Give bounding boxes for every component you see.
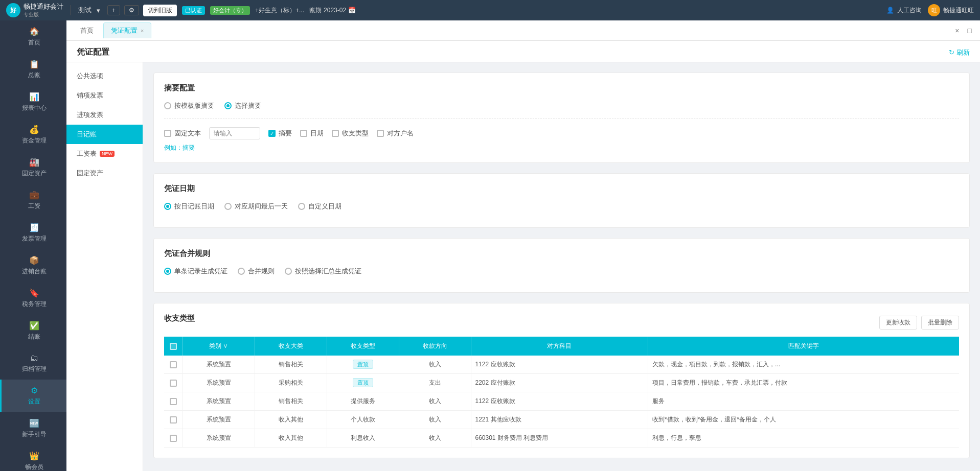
row-checkbox[interactable]	[164, 411, 183, 429]
maximize-window-btn[interactable]: □	[966, 26, 974, 36]
radio-journal-date[interactable]: 按日记账日期	[164, 202, 214, 211]
radio-merge-rule[interactable]: 合并规则	[238, 267, 275, 276]
type-tag[interactable]: 置顶	[353, 378, 373, 387]
update-btn[interactable]: 更新收款	[879, 316, 917, 329]
divider1	[164, 119, 959, 119]
sidebar-item-invoice[interactable]: 🧾 发票管理	[0, 217, 66, 249]
close-window-btn[interactable]: ×	[953, 26, 961, 36]
radio-single[interactable]: 单条记录生成凭证	[164, 267, 227, 276]
salary-icon: 💼	[29, 190, 39, 200]
tab-home[interactable]: 首页	[73, 22, 101, 38]
radio-circle-journal	[164, 203, 171, 210]
checkbox-summary[interactable]: ✓ 摘要	[268, 129, 292, 138]
summary-section: 摘要配置 按模板版摘要 选择摘要	[153, 73, 970, 163]
row-checkbox[interactable]	[164, 374, 183, 392]
sidebar-item-member[interactable]: 👑 畅会员	[0, 445, 66, 471]
workspace-dropdown[interactable]: ▾	[97, 7, 100, 14]
col-subject: 对方科目	[471, 337, 648, 356]
left-nav-journal[interactable]: 日记账	[66, 125, 143, 144]
sidebar-item-asset[interactable]: 🏭 固定资产	[0, 151, 66, 184]
sidebar: 🏠 首页 📋 总账 📊 报表中心 💰 资金管理 🏭 固定资产 💼 工资 🧾 发票…	[0, 20, 66, 471]
left-nav-purchase-invoice[interactable]: 进项发票	[66, 105, 143, 125]
sidebar-item-report[interactable]: 📊 报表中心	[0, 86, 66, 119]
tab-close-icon[interactable]: ×	[141, 28, 144, 34]
col-direction: 收款方向	[399, 337, 471, 356]
refresh-label: 刷新	[956, 48, 970, 57]
radio-period-last[interactable]: 对应期间最后一天	[224, 202, 288, 211]
radio-custom-date[interactable]: 自定义日期	[298, 202, 341, 211]
sidebar-item-finance[interactable]: 💰 资金管理	[0, 119, 66, 151]
switch-old-btn[interactable]: 切到旧版	[143, 5, 177, 16]
row-subject: 1122 应收账款	[471, 392, 648, 411]
radio-select[interactable]: 选择摘要	[224, 101, 261, 110]
fixed-text-label: 固定文本	[174, 129, 201, 138]
sidebar-item-archive[interactable]: 🗂 归档管理	[0, 347, 66, 380]
two-panel: 公共选项 销项发票 进项发票 日记账 工资表 NEW 固定资产	[66, 62, 980, 471]
single-label: 单条记录生成凭证	[174, 267, 227, 276]
sidebar-item-settle[interactable]: ✅ 结账	[0, 315, 66, 347]
add-button[interactable]: +	[107, 5, 120, 15]
summary-checkbox-label: 摘要	[279, 129, 292, 138]
refresh-button[interactable]: ↻ 刷新	[949, 48, 970, 57]
sidebar-item-settings[interactable]: ⚙ 设置	[0, 380, 66, 412]
settings-button[interactable]: ⚙	[124, 5, 139, 15]
row-direction: 收入	[399, 411, 471, 429]
left-nav-salary-table[interactable]: 工资表 NEW	[66, 144, 143, 163]
report-icon: 📊	[29, 92, 39, 102]
radio-select-label: 选择摘要	[235, 101, 261, 110]
checkbox-date[interactable]: 日期	[300, 129, 324, 138]
settle-icon: ✅	[29, 321, 39, 331]
checkbox-counterpart[interactable]: 对方户名	[377, 129, 414, 138]
tab-voucher[interactable]: 凭证配置 ×	[103, 22, 151, 38]
sidebar-item-label: 归档管理	[22, 365, 47, 373]
left-nav-sales-invoice[interactable]: 销项发票	[66, 86, 143, 105]
row-checkbox[interactable]	[164, 429, 183, 448]
sidebar-item-home[interactable]: 🏠 首页	[0, 20, 66, 53]
sidebar-item-purchase[interactable]: 📦 进销台账	[0, 249, 66, 282]
row-category: 系统预置	[183, 374, 255, 392]
radio-summary-gen[interactable]: 按照选择汇总生成凭证	[285, 267, 361, 276]
col-checkbox[interactable]	[164, 337, 183, 356]
logo-sub: 专业版	[24, 11, 63, 18]
sidebar-item-ledger[interactable]: 📋 总账	[0, 53, 66, 86]
row-checkbox[interactable]	[164, 392, 183, 411]
table-header: 类别 ∨ 收支大类 收支类型 收款方向 对方科目 匹配关键字	[164, 337, 959, 356]
sidebar-item-label: 固定资产	[22, 169, 47, 178]
type-checkbox-label: 收支类型	[342, 129, 369, 138]
checkbox-box-type	[332, 130, 339, 137]
batch-delete-btn[interactable]: 批量删除	[921, 316, 959, 329]
period-label: 账期	[309, 6, 322, 15]
window-controls: × □	[953, 26, 974, 36]
left-nav-public[interactable]: 公共选项	[66, 66, 143, 86]
sidebar-item-label: 新手引导	[22, 430, 47, 439]
refresh-icon: ↻	[949, 49, 954, 56]
table-row: 系统预置 采购相关 置顶 支出 2202 应付账款 项目，日常费用，报销款，车费…	[164, 374, 959, 392]
income-section: 收支类型 更新收款 批量删除	[153, 303, 970, 458]
sidebar-item-tax[interactable]: 🔖 税务管理	[0, 282, 66, 315]
member-icon: 👑	[29, 451, 39, 461]
row-direction: 支出	[399, 374, 471, 392]
sidebar-item-salary[interactable]: 💼 工资	[0, 184, 66, 217]
col-category[interactable]: 类别 ∨	[183, 337, 255, 356]
example-text: 例如：摘要	[164, 144, 959, 152]
summary-gen-label: 按照选择汇总生成凭证	[295, 267, 361, 276]
calendar-icon[interactable]: 📅	[348, 7, 356, 14]
custom-date-label: 自定义日期	[308, 202, 341, 211]
user-info[interactable]: 旺 畅捷通旺旺	[928, 4, 974, 16]
radio-circle-summary	[285, 268, 292, 275]
fixed-text-input[interactable]	[209, 127, 260, 139]
merge-label: 合并规则	[248, 267, 275, 276]
row-checkbox[interactable]	[164, 356, 183, 374]
left-nav-fixed-assets[interactable]: 固定资产	[66, 163, 143, 183]
checkbox-type[interactable]: 收支类型	[332, 129, 369, 138]
radio-template[interactable]: 按模板版摘要	[164, 101, 214, 110]
sidebar-item-label: 发票管理	[22, 234, 47, 243]
radio-circle-select	[224, 102, 232, 109]
table-row: 系统预置 收入其他 个人收款 收入 1221 其他应收款 收到*借款，收到*备用…	[164, 411, 959, 429]
row-keywords: 收到*借款，收到*备用金，退回*备用金，个人	[648, 411, 959, 429]
checkbox-fixed-text[interactable]: 固定文本	[164, 129, 201, 138]
type-tag[interactable]: 置顶	[353, 360, 373, 369]
help-link[interactable]: 👤 人工咨询	[886, 6, 922, 15]
asset-icon: 🏭	[29, 157, 39, 167]
sidebar-item-guide[interactable]: 🆕 新手引导	[0, 412, 66, 445]
